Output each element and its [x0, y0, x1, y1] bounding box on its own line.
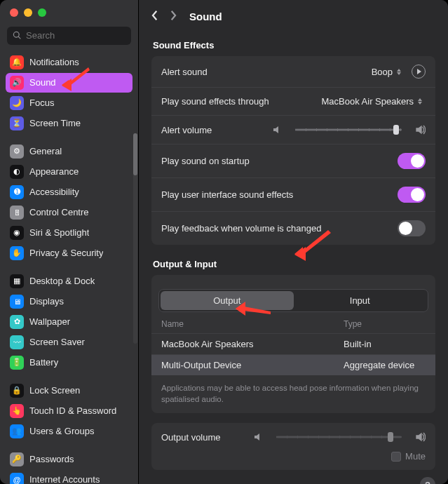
volume-high-icon — [414, 124, 426, 135]
volume-low-icon — [252, 431, 264, 443]
sidebar-item-label: Desktop & Dock — [29, 276, 95, 286]
output-input-panel: Output Input Name Type MacBook Air Speak… — [151, 275, 435, 413]
sidebar-item-passwords[interactable]: 🔑Passwords — [6, 450, 133, 469]
sidebar-item-touch-id-password[interactable]: 👆Touch ID & Password — [6, 401, 133, 421]
sidebar-item-accessibility[interactable]: ➊Accessibility — [6, 182, 133, 202]
sidebar-list: 🔔Notifications🔊Sound🌙Focus⏳Screen Time⚙︎… — [0, 49, 138, 484]
sidebar-item-label: Siri & Spotlight — [29, 227, 89, 238]
output-volume-slider[interactable] — [276, 436, 402, 438]
play-icon — [417, 69, 421, 74]
spatial-audio-helper: Applications may be able to access head … — [151, 375, 435, 413]
ui-sounds-toggle[interactable] — [398, 187, 426, 203]
sidebar-item-label: Control Centre — [29, 207, 89, 217]
sidebar-item-label: General — [29, 146, 62, 156]
search-input[interactable] — [26, 30, 125, 41]
gear-icon: ⚙︎ — [10, 144, 24, 159]
sidebar-item-privacy-security[interactable]: ✋Privacy & Security — [6, 243, 133, 263]
wave-icon: 〰 — [10, 335, 24, 349]
battery-icon: 🔋 — [10, 356, 24, 370]
sidebar-item-control-centre[interactable]: 🎚Control Centre — [6, 203, 133, 222]
sidebar-item-label: Privacy & Security — [29, 248, 103, 258]
output-volume-label: Output volume — [161, 432, 245, 443]
preview-alert-button[interactable] — [412, 65, 426, 79]
effects-through-label: Play sound effects through — [161, 96, 269, 107]
ui-sounds-label: Play user interface sound effects — [161, 189, 293, 200]
sidebar-item-notifications[interactable]: 🔔Notifications — [6, 53, 133, 72]
search-field[interactable] — [7, 27, 131, 45]
users-icon: 👥 — [10, 424, 24, 438]
tab-input[interactable]: Input — [294, 291, 427, 310]
sidebar-item-label: Screen Time — [29, 118, 81, 128]
sidebar-item-focus[interactable]: 🌙Focus — [6, 93, 133, 113]
device-type: Built-in — [344, 339, 426, 349]
zoom-window-button[interactable] — [38, 8, 46, 17]
siri-icon: ◉ — [10, 226, 24, 240]
sidebar: 🔔Notifications🔊Sound🌙Focus⏳Screen Time⚙︎… — [0, 0, 139, 484]
lock-icon: 🔒 — [10, 384, 24, 398]
sidebar-item-label: Screen Saver — [29, 337, 85, 347]
speaker-icon: 🔊 — [10, 76, 24, 90]
sidebar-item-label: Displays — [29, 296, 64, 307]
sidebar-item-label: Notifications — [29, 57, 79, 67]
sidebar-item-label: Focus — [29, 98, 54, 108]
sidebar-item-screen-time[interactable]: ⏳Screen Time — [6, 114, 133, 133]
alert-volume-slider[interactable] — [295, 128, 402, 131]
sidebar-item-label: Sound — [29, 77, 56, 88]
help-button[interactable]: ? — [420, 477, 435, 484]
alert-sound-value: Boop — [372, 67, 393, 77]
sidebar-item-battery[interactable]: 🔋Battery — [6, 353, 133, 372]
sidebar-item-appearance[interactable]: ◐Appearance — [6, 162, 133, 182]
device-name: MacBook Air Speakers — [161, 339, 344, 349]
output-volume-row: Output volume — [151, 423, 435, 451]
sidebar-item-displays[interactable]: 🖥Displays — [6, 292, 133, 311]
output-volume-panel: Output volume Mute — [151, 423, 435, 470]
sidebar-item-general[interactable]: ⚙︎General — [6, 142, 133, 161]
mute-checkbox[interactable] — [391, 452, 401, 462]
device-table-header: Name Type — [151, 312, 435, 333]
alert-sound-label: Alert sound — [161, 67, 208, 77]
sidebar-item-siri-spotlight[interactable]: ◉Siri & Spotlight — [6, 223, 133, 243]
sound-effects-panel: Alert sound Boop Play sound effects thro… — [151, 56, 435, 245]
alert-sound-select[interactable]: Boop — [372, 67, 405, 77]
person-icon: ➊ — [10, 185, 24, 199]
tab-output[interactable]: Output — [161, 291, 294, 310]
alert-volume-row: Alert volume — [151, 116, 435, 144]
section-title-sound-effects: Sound Effects — [153, 40, 435, 51]
sidebar-item-wallpaper[interactable]: ✿Wallpaper — [6, 312, 133, 332]
sidebar-item-sound[interactable]: 🔊Sound — [6, 73, 133, 93]
device-table-body: MacBook Air SpeakersBuilt-inMulti-Output… — [151, 333, 435, 375]
sidebar-item-label: Lock Screen — [29, 385, 80, 396]
sidebar-item-label: Wallpaper — [29, 316, 70, 327]
bell-icon: 🔔 — [10, 55, 24, 69]
forward-button[interactable] — [169, 10, 177, 23]
minimize-window-button[interactable] — [24, 8, 32, 17]
volume-feedback-row: Play feedback when volume is changed — [151, 212, 435, 245]
hourglass-icon: ⏳ — [10, 116, 24, 130]
alert-volume-label: Alert volume — [161, 125, 212, 135]
effects-through-select[interactable]: MacBook Air Speakers — [321, 96, 426, 107]
flower-icon: ✿ — [10, 315, 24, 329]
sidebar-item-label: Internet Accounts — [29, 474, 100, 484]
hand-icon: ✋ — [10, 246, 24, 260]
finger-icon: 👆 — [10, 404, 24, 418]
device-type: Aggregate device — [344, 360, 426, 370]
page-title: Sound — [189, 11, 222, 22]
sidebar-item-screen-saver[interactable]: 〰Screen Saver — [6, 332, 133, 352]
startup-sound-row: Play sound on startup — [151, 144, 435, 178]
sidebar-item-desktop-dock[interactable]: ▦Desktop & Dock — [6, 271, 133, 291]
device-row[interactable]: Multi-Output DeviceAggregate device — [151, 354, 435, 375]
scrollbar-thumb[interactable] — [133, 133, 137, 175]
back-button[interactable] — [151, 10, 159, 23]
chevron-updown-icon — [397, 67, 405, 76]
col-name-header: Name — [161, 319, 344, 329]
device-name: Multi-Output Device — [161, 360, 344, 370]
startup-sound-toggle[interactable] — [398, 153, 426, 169]
close-window-button[interactable] — [10, 8, 18, 17]
contrast-icon: ◐ — [10, 165, 24, 179]
device-row[interactable]: MacBook Air SpeakersBuilt-in — [151, 333, 435, 354]
display-icon: 🖥 — [10, 295, 24, 309]
sidebar-item-internet-accounts[interactable]: @Internet Accounts — [6, 470, 133, 484]
sidebar-item-users-groups[interactable]: 👥Users & Groups — [6, 422, 133, 441]
volume-feedback-toggle[interactable] — [398, 220, 426, 236]
sidebar-item-lock-screen[interactable]: 🔒Lock Screen — [6, 381, 133, 401]
